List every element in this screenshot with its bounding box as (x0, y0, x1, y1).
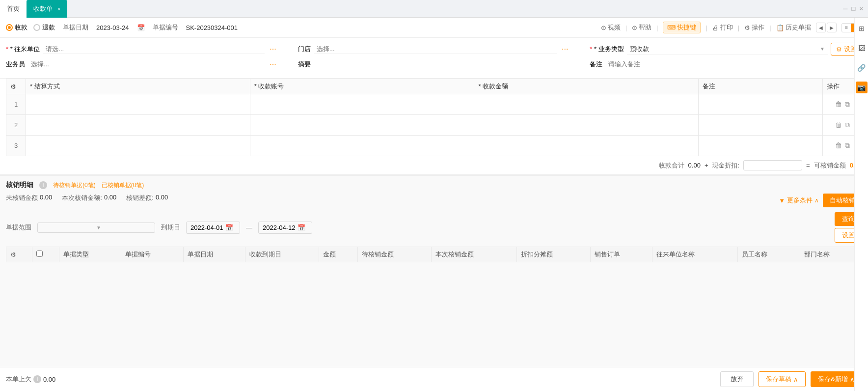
pending-tag[interactable]: 待核销单据(0笔) (53, 181, 96, 190)
form-row-1: * * 往来单位 ··· 门店 ··· * * 业务类型 预收款 ▼ ⚙ 设置 (6, 43, 862, 56)
settlement-cell-3[interactable] (26, 136, 250, 156)
minimize-icon[interactable]: ─ (843, 5, 847, 12)
date-value[interactable]: 2023-03-24 (96, 24, 129, 31)
date-to-input[interactable]: 2022-04-12 📅 (258, 222, 312, 234)
form-area: * * 往来单位 ··· 门店 ··· * * 业务类型 预收款 ▼ ⚙ 设置 (0, 38, 868, 79)
bottom-info-icon[interactable]: i (33, 375, 41, 383)
table-row: 3 🗑 ⧉ (6, 136, 862, 156)
detail-col-amount: 金额 (319, 247, 358, 262)
prev-arrow[interactable]: ◀ (816, 23, 826, 32)
settlement-cell-2[interactable] (26, 115, 250, 136)
table-area: ⚙ * 结算方式 * 收款账号 * 收款金额 备注 操作 1 (0, 79, 868, 156)
help-btn[interactable]: ⊙ 帮助 (632, 23, 651, 32)
col-amount-header: * 收款金额 (474, 79, 699, 94)
counterpart-field: * * 往来单位 ··· (6, 44, 278, 54)
detail-col-settings[interactable]: ⚙ (6, 247, 32, 262)
total-value: 0.00 (688, 162, 701, 169)
detail-table: ⚙ 单据类型 单据编号 单据日期 收款到期日 金额 待核销金额 本次核销金额 折… (6, 247, 862, 262)
store-input[interactable] (314, 44, 557, 54)
tab-close-icon[interactable]: × (57, 6, 60, 12)
detail-col-pending: 待核销金额 (357, 247, 431, 262)
discount-label: 现金折扣: (712, 161, 739, 170)
detail-col-counterpart: 往来单位名称 (652, 247, 738, 262)
history-btn[interactable]: 📋 历史单据 (776, 23, 811, 32)
tab-receipt[interactable]: 收款单 × (27, 0, 67, 18)
date-from-value: 2022-04-01 (190, 224, 223, 231)
save-draft-btn[interactable]: 保存草稿 ∧ (759, 371, 806, 387)
bottom-bar: 本单上欠 i 0.00 放弃 保存草稿 ∧ 保存&新增 ∧ (0, 367, 868, 391)
staff-input[interactable] (28, 59, 265, 69)
delete-icon-2[interactable]: 🗑 (835, 121, 842, 129)
settlement-cell-1[interactable] (26, 94, 250, 115)
video-btn[interactable]: ⊙ 视频 (601, 23, 621, 32)
detail-col-check[interactable] (32, 247, 59, 262)
amount-cell-3[interactable] (474, 136, 699, 156)
account-cell-1[interactable] (250, 94, 474, 115)
col-settings-header[interactable]: ⚙ (6, 79, 26, 94)
staff-label: 业务员 (6, 60, 25, 69)
filter-icon: ▼ (779, 197, 785, 204)
sidebar-camera-icon[interactable]: 📷 (856, 82, 868, 93)
range-select[interactable]: ▼ (37, 223, 155, 233)
remark-cell-2[interactable] (699, 115, 823, 136)
select-all-checkbox[interactable] (36, 251, 43, 257)
calendar-icon[interactable]: 📅 (137, 24, 145, 31)
row-no-3: 3 (6, 136, 26, 156)
range-label: 单据范围 (6, 223, 31, 232)
counterpart-more-btn[interactable]: ··· (268, 45, 278, 54)
delete-icon-3[interactable]: 🗑 (835, 141, 842, 150)
business-type-field: * * 业务类型 预收款 ▼ ⚙ 设置 (590, 43, 862, 56)
close-icon[interactable]: × (859, 5, 863, 12)
print-btn[interactable]: 🖨 打印 (712, 23, 733, 32)
remark-cell-3[interactable] (699, 136, 823, 156)
tab-bar: 首页 收款单 × ─ □ × (0, 0, 868, 18)
maximize-icon[interactable]: □ (852, 5, 856, 12)
shortcut-btn[interactable]: ⌨ 快捷键 (663, 22, 701, 33)
discard-btn[interactable]: 放弃 (720, 371, 754, 387)
operations-btn[interactable]: ⚙ 操作 (744, 23, 764, 32)
nav-arrows: ◀ ▶ (816, 23, 837, 32)
detail-col-dept: 部门名称 (800, 247, 862, 262)
hexiao-info-icon[interactable]: i (39, 181, 47, 189)
bottom-buttons: 放弃 保存草稿 ∧ 保存&新增 ∧ (720, 371, 862, 387)
store-more-btn[interactable]: ··· (560, 45, 570, 54)
done-tag[interactable]: 已核销单据(0笔) (102, 181, 144, 190)
hexiao-stats: 未核销金额 0.00 本次核销金额: 0.00 核销差额: 0.00 ▼ 更多条… (6, 194, 862, 207)
detail-col-this-time: 本次核销金额 (431, 247, 516, 262)
remark-cell-1[interactable] (699, 94, 823, 115)
sidebar-link-icon[interactable]: 🔗 (856, 62, 868, 74)
amount-cell-1[interactable] (474, 94, 699, 115)
summary-input[interactable] (314, 59, 570, 69)
detail-col-bill-date: 单据日期 (183, 247, 245, 262)
date-from-input[interactable]: 2022-04-01 📅 (186, 222, 240, 234)
staff-more-btn[interactable]: ··· (268, 60, 278, 69)
copy-icon-2[interactable]: ⧉ (845, 121, 850, 129)
layout-list[interactable]: ≡ (842, 24, 851, 32)
amount-cell-2[interactable] (474, 115, 699, 136)
business-type-select[interactable]: 预收款 ▼ (627, 44, 828, 55)
radio-refund[interactable]: 退款 (33, 23, 55, 32)
more-filter-btn[interactable]: ▼ 更多条件 ∧ (779, 196, 819, 205)
detail-col-due-date: 收款到期日 (245, 247, 319, 262)
account-cell-3[interactable] (250, 136, 474, 156)
radio-refund-label: 退款 (42, 23, 55, 32)
tab-home[interactable]: 首页 (0, 0, 27, 18)
radio-receipt[interactable]: 收款 (6, 23, 27, 32)
number-value: SK-20230324-001 (186, 24, 238, 31)
toolbar-right: ⊙ 视频 | ⊙ 帮助 | ⌨ 快捷键 | 🖨 打印 | ⚙ 操作 | 📋 历史… (601, 22, 862, 33)
account-cell-2[interactable] (250, 115, 474, 136)
calendar-to-icon: 📅 (298, 224, 305, 231)
sidebar-image-icon[interactable]: 🖼 (856, 42, 868, 54)
next-arrow[interactable]: ▶ (827, 23, 837, 32)
discount-input[interactable] (743, 160, 802, 170)
delete-icon-1[interactable]: 🗑 (835, 100, 842, 109)
counterpart-input[interactable] (43, 44, 265, 54)
copy-icon-1[interactable]: ⧉ (845, 100, 850, 109)
sidebar-table-icon[interactable]: ⊞ (856, 23, 868, 34)
summary-field: 摘要 (298, 59, 570, 69)
remark-input[interactable] (605, 59, 862, 69)
right-sidebar: ⊞ 🖼 🔗 📷 (854, 18, 868, 391)
staff-field: 业务员 ··· (6, 59, 278, 69)
col-settlement-header: * 结算方式 (26, 79, 250, 94)
copy-icon-3[interactable]: ⧉ (845, 141, 850, 150)
